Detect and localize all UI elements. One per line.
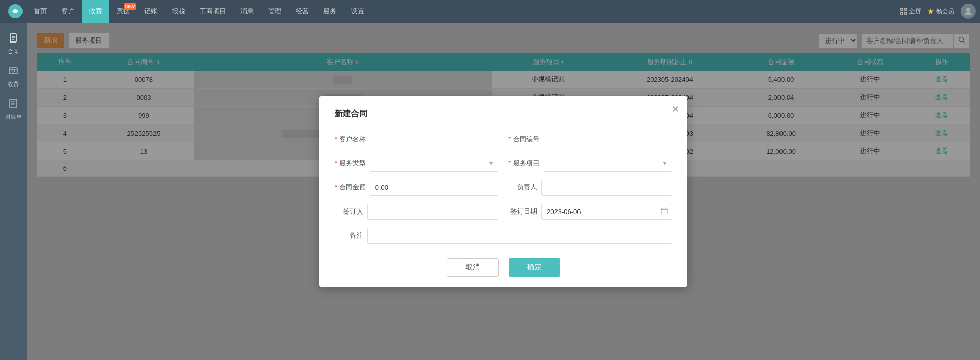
contract-no-label: 合同编号 xyxy=(508,135,540,144)
svg-marker-5 xyxy=(928,8,934,14)
shoufei-icon xyxy=(8,66,18,78)
responsible-input[interactable] xyxy=(541,180,672,196)
svg-rect-11 xyxy=(9,68,17,74)
responsible-label: 负责人 xyxy=(508,183,537,192)
svg-rect-4 xyxy=(905,12,907,14)
confirm-button[interactable]: 确定 xyxy=(509,258,560,277)
form-row-2: 服务类型 ▼ 服务项目 ▼ xyxy=(335,156,672,172)
nav-shezhi[interactable]: 设置 xyxy=(344,0,371,23)
form-group-amount: 合同金额 xyxy=(335,180,498,196)
amount-input[interactable] xyxy=(370,180,498,196)
top-navigation: 首页 客户 收费 票据 new 记账 报税 工商项目 消息 管理 经营 服务 设… xyxy=(0,0,980,23)
sidebar-item-hetong[interactable]: 合同 xyxy=(0,28,27,60)
user-avatar[interactable] xyxy=(961,4,976,19)
calendar-icon[interactable] xyxy=(661,207,668,216)
sidebar-item-shoufei[interactable]: 收费 xyxy=(0,60,27,93)
sign-date-wrapper xyxy=(541,204,672,220)
svg-point-0 xyxy=(14,10,17,13)
cancel-button[interactable]: 取消 xyxy=(447,258,499,277)
svg-rect-1 xyxy=(901,8,903,10)
nav-xiaoxi[interactable]: 消息 xyxy=(233,0,261,23)
form-group-signatory: 签订人 xyxy=(335,204,498,220)
form-group-service-type: 服务类型 ▼ xyxy=(335,156,498,172)
modal-footer: 取消 确定 xyxy=(335,258,672,277)
svg-point-6 xyxy=(966,8,970,12)
customer-name-input[interactable] xyxy=(370,132,498,147)
service-type-label: 服务类型 xyxy=(335,159,366,168)
customer-name-label: 客户名称 xyxy=(335,135,366,144)
sidebar-label-shoufei: 收费 xyxy=(8,80,19,88)
nav-jingying[interactable]: 经营 xyxy=(288,0,316,23)
form-group-contract-no: 合同编号 xyxy=(508,132,672,147)
form-group-remark: 备注 xyxy=(335,228,672,244)
form-row-3: 合同金额 负责人 xyxy=(335,180,672,196)
service-item-wrapper: ▼ xyxy=(544,156,672,172)
form-group-sign-date: 签订日期 xyxy=(508,204,672,220)
remark-input[interactable] xyxy=(367,228,672,244)
svg-rect-3 xyxy=(901,12,903,14)
nav-shoufei[interactable]: 收费 xyxy=(82,0,109,23)
nav-jizhi[interactable]: 记账 xyxy=(137,0,165,23)
nav-gongshang[interactable]: 工商项目 xyxy=(192,0,233,23)
sign-date-label: 签订日期 xyxy=(508,207,537,216)
nav-fuwu[interactable]: 服务 xyxy=(316,0,344,23)
remark-label: 备注 xyxy=(335,231,363,240)
service-item-label: 服务项目 xyxy=(508,159,540,168)
nav-piaoju[interactable]: 票据 new xyxy=(109,0,137,23)
contract-no-input[interactable] xyxy=(544,132,672,147)
signatory-label: 签订人 xyxy=(335,207,363,216)
service-item-select[interactable] xyxy=(544,156,672,172)
nav-client[interactable]: 客户 xyxy=(54,0,82,23)
app-logo[interactable] xyxy=(4,0,27,23)
form-group-customer: 客户名称 xyxy=(335,132,498,147)
form-row-1: 客户名称 合同编号 xyxy=(335,132,672,147)
form-group-service-item: 服务项目 ▼ xyxy=(508,156,672,172)
svg-rect-20 xyxy=(661,208,667,214)
main-layout: 合同 收费 对账单 新增 服务项目 进行中 已完成 已终止 xyxy=(0,23,980,360)
form-row-4: 签订人 签订日期 xyxy=(335,204,672,220)
sidebar-label-duizhang: 对账单 xyxy=(5,113,22,121)
nav-right: 全屏 畅会员 xyxy=(900,4,976,19)
logo-icon xyxy=(8,4,23,18)
sign-date-input[interactable] xyxy=(541,204,672,220)
sidebar-label-hetong: 合同 xyxy=(8,48,19,55)
form-group-responsible: 负责人 xyxy=(508,180,672,196)
new-contract-modal: 新建合同 ✕ 客户名称 合同编号 服务类型 xyxy=(319,96,687,287)
service-type-select[interactable] xyxy=(370,156,498,172)
modal-overlay: 新建合同 ✕ 客户名称 合同编号 服务类型 xyxy=(27,23,980,360)
member-button[interactable]: 畅会员 xyxy=(927,7,954,16)
sidebar: 合同 收费 对账单 xyxy=(0,23,27,360)
svg-rect-2 xyxy=(905,8,907,10)
nav-baoshui[interactable]: 报税 xyxy=(165,0,192,23)
nav-items: 首页 客户 收费 票据 new 记账 报税 工商项目 消息 管理 经营 服务 设… xyxy=(27,0,900,23)
svg-point-12 xyxy=(12,69,15,72)
form-row-5: 备注 xyxy=(335,228,672,244)
nav-guanli[interactable]: 管理 xyxy=(261,0,288,23)
new-badge: new xyxy=(124,3,136,10)
contract-icon xyxy=(8,33,18,46)
content-area: 新增 服务项目 进行中 已完成 已终止 序号 合同编号⇅ 客户名称⇅ xyxy=(27,23,980,360)
signatory-input[interactable] xyxy=(367,204,498,220)
fullscreen-button[interactable]: 全屏 xyxy=(900,7,921,16)
amount-label: 合同金额 xyxy=(335,183,366,192)
modal-title: 新建合同 xyxy=(335,109,672,119)
sidebar-item-duizhang[interactable]: 对账单 xyxy=(0,93,27,126)
nav-home[interactable]: 首页 xyxy=(27,0,54,23)
duizhang-icon xyxy=(8,98,18,111)
service-type-wrapper: ▼ xyxy=(370,156,498,172)
modal-close-button[interactable]: ✕ xyxy=(672,103,679,115)
